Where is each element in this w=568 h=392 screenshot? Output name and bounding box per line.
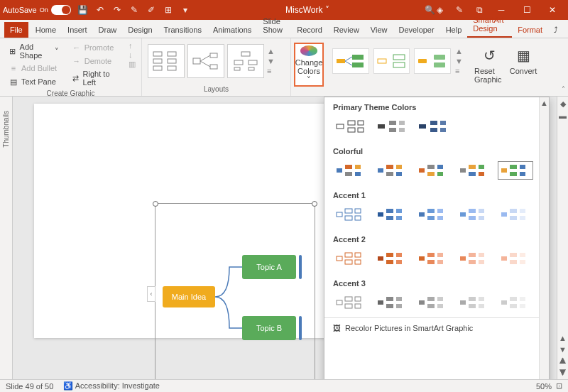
reset-graphic-button[interactable]: ↺ Reset Graphic — [474, 45, 504, 84]
zoom-level[interactable]: 50% — [536, 382, 552, 391]
tab-transitions[interactable]: Transitions — [158, 22, 207, 38]
color-option[interactable] — [333, 205, 368, 224]
layout-option-3[interactable] — [227, 44, 264, 78]
node-topic-b[interactable]: Topic B — [242, 316, 296, 340]
change-colors-button[interactable]: Change Colors ˅ — [294, 43, 324, 87]
ruler-icon[interactable]: ◆ — [560, 99, 566, 109]
styles-down-icon[interactable]: ▼ — [455, 57, 463, 65]
promote-button[interactable]: ←Promote — [69, 41, 121, 54]
color-option[interactable] — [457, 161, 492, 180]
color-option[interactable] — [415, 117, 451, 136]
color-option[interactable] — [374, 293, 410, 312]
layout-option-2[interactable] — [187, 44, 224, 78]
color-option[interactable] — [498, 293, 533, 312]
tab-review[interactable]: Review — [328, 22, 365, 38]
recolor-pictures-option[interactable]: 🖼 Recolor Pictures in SmartArt Graphic — [324, 317, 549, 338]
color-option[interactable] — [374, 205, 410, 224]
align-icon[interactable]: ⊞ — [163, 5, 173, 15]
tab-home[interactable]: Home — [30, 22, 62, 38]
tab-file[interactable]: File — [4, 22, 28, 38]
color-option[interactable] — [457, 249, 492, 268]
layouts-more-icon[interactable]: ≡ — [267, 67, 275, 75]
expand-text-pane-icon[interactable]: ‹ — [147, 286, 155, 302]
color-option[interactable] — [415, 205, 451, 224]
prev-slide-icon[interactable]: ⯅ — [559, 356, 567, 365]
layouts-down-icon[interactable]: ▼ — [267, 57, 275, 65]
accessibility-status[interactable]: ♿ Accessibility: Investigate — [63, 381, 160, 391]
save-icon[interactable]: 💾 — [78, 5, 88, 15]
color-picker-icon[interactable]: ✎ — [129, 5, 139, 15]
style-option-1[interactable] — [332, 48, 369, 74]
color-option[interactable] — [333, 117, 368, 136]
close-button[interactable]: ✕ — [540, 0, 565, 20]
tab-design[interactable]: Design — [122, 22, 158, 38]
color-option[interactable] — [415, 293, 451, 312]
scroll-up-icon[interactable]: ▲ — [559, 334, 567, 342]
tab-animations[interactable]: Animations — [207, 22, 257, 38]
smartart-selection[interactable]: ‹ Main Idea Topic A Topic B — [155, 203, 315, 379]
convert-button[interactable]: ▦ Convert — [508, 45, 538, 84]
dropdown-scrollbar[interactable]: ▲▼ — [539, 97, 549, 379]
add-shape-button[interactable]: ⊞Add Shape ˅ — [6, 41, 62, 61]
tab-slideshow[interactable]: Slide Show — [257, 13, 291, 38]
slide-canvas[interactable]: ‹ Main Idea Topic A Topic B Primary Them… — [13, 97, 557, 379]
move-up-icon[interactable]: ↑ — [129, 41, 136, 50]
add-bullet-button[interactable]: ≡Add Bullet — [6, 62, 62, 75]
text-pane-button[interactable]: ▤Text Pane — [6, 75, 62, 88]
node-main-idea[interactable]: Main Idea — [163, 286, 215, 307]
styles-more-icon[interactable]: ≡ — [455, 67, 463, 75]
color-option[interactable] — [333, 249, 368, 268]
fit-icon[interactable]: ⊡ — [556, 381, 562, 391]
share-icon[interactable]: ⤴ — [548, 22, 564, 38]
layout-icon[interactable]: ▥ — [129, 60, 136, 69]
style-option-3[interactable] — [414, 48, 451, 74]
tab-insert[interactable]: Insert — [62, 22, 93, 38]
color-option[interactable] — [333, 293, 368, 312]
tab-smartart-design[interactable]: SmartArt Design — [467, 12, 512, 38]
color-option[interactable] — [415, 249, 451, 268]
brush-icon[interactable]: ✎ — [454, 5, 464, 15]
tab-draw[interactable]: Draw — [93, 22, 123, 38]
color-option[interactable] — [498, 205, 533, 224]
styles-up-icon[interactable]: ▲ — [455, 47, 463, 55]
tab-record[interactable]: Record — [291, 22, 327, 38]
color-option[interactable] — [498, 249, 533, 268]
color-option[interactable] — [374, 249, 410, 268]
ruler-icon[interactable]: ▬ — [559, 111, 567, 120]
tab-developer[interactable]: Developer — [393, 22, 440, 38]
qat-more-icon[interactable]: ▾ — [180, 5, 190, 15]
color-option[interactable] — [457, 293, 492, 312]
maximize-button[interactable]: ☐ — [514, 0, 540, 20]
tab-format[interactable]: Format — [512, 22, 548, 38]
style-option-2[interactable] — [373, 48, 410, 74]
color-option[interactable] — [333, 161, 368, 180]
move-down-icon[interactable]: ↓ — [129, 50, 136, 59]
layout-option-1[interactable] — [148, 44, 185, 78]
document-title[interactable]: MiscWork ˅ — [190, 5, 425, 15]
search-icon[interactable]: 🔍 — [425, 5, 435, 15]
scroll-down-icon[interactable]: ▼ — [559, 345, 567, 354]
thumbnails-pane[interactable]: Thumbnails — [0, 97, 13, 379]
color-option-selected[interactable] — [498, 161, 533, 180]
color-option[interactable] — [415, 161, 451, 180]
color-option[interactable] — [374, 161, 410, 180]
right-to-left-button[interactable]: ⇄Right to Left — [69, 68, 121, 88]
slide-counter[interactable]: Slide 49 of 50 — [6, 382, 53, 391]
tab-view[interactable]: View — [365, 22, 393, 38]
node-topic-a[interactable]: Topic A — [242, 255, 296, 279]
layouts-up-icon[interactable]: ▲ — [267, 47, 275, 55]
color-option[interactable] — [374, 117, 410, 136]
collapse-ribbon-icon[interactable]: ˄ — [562, 85, 565, 93]
undo-icon[interactable]: ↶ — [95, 5, 105, 15]
color-option[interactable] — [457, 205, 492, 224]
tab-help[interactable]: Help — [440, 22, 468, 38]
redo-icon[interactable]: ↷ — [112, 5, 122, 15]
window-icon[interactable]: ⧉ — [474, 5, 484, 15]
diamond-icon[interactable]: ◈ — [435, 5, 444, 15]
next-slide-icon[interactable]: ⯆ — [559, 368, 567, 376]
highlight-icon[interactable]: ✐ — [146, 5, 156, 15]
resize-handle[interactable] — [312, 201, 317, 207]
resize-handle[interactable] — [153, 201, 158, 207]
autosave-toggle[interactable]: AutoSave On — [3, 5, 71, 15]
smartart-graphic[interactable]: Main Idea Topic A Topic B — [163, 239, 305, 353]
